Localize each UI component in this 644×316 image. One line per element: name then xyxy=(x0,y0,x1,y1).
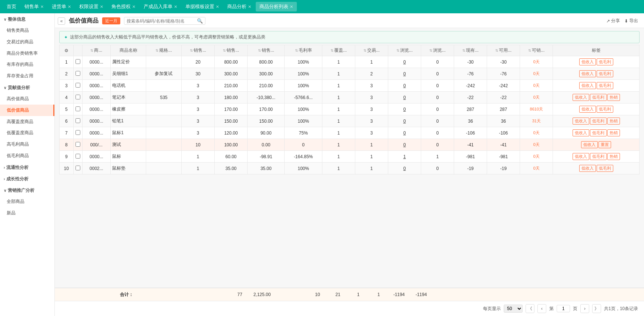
nav-item-权限设置[interactable]: 权限设置✕ xyxy=(76,2,107,11)
nav-close-icon[interactable]: ✕ xyxy=(290,4,293,9)
col-header-available[interactable]: ⇅可用... xyxy=(487,45,520,56)
row-browse1[interactable]: 0 xyxy=(388,68,421,80)
row-browse1[interactable]: 0 xyxy=(388,127,421,139)
col-header-gross_rate[interactable]: ⇅毛利率 xyxy=(285,45,322,56)
sidebar-item-新品[interactable]: 新品 xyxy=(0,207,54,219)
row-browse1[interactable]: 0 xyxy=(388,80,421,92)
col-header-code[interactable]: ⇅商... xyxy=(82,45,111,56)
sidebar-item-高覆盖度商品[interactable]: 高覆盖度商品 xyxy=(0,116,54,128)
sidebar-item-高价值商品[interactable]: 高价值商品 xyxy=(0,93,54,105)
col-header-current_stock[interactable]: ⇅现有... xyxy=(454,45,487,56)
nav-close-icon[interactable]: ✕ xyxy=(68,4,71,9)
collapse-button[interactable]: « xyxy=(58,17,65,25)
first-page-button[interactable]: 《 xyxy=(526,304,534,313)
row-gross-rate: 100% xyxy=(285,103,322,115)
row-checkbox[interactable] xyxy=(76,142,80,147)
row-sales-other: 210.00 xyxy=(248,80,285,92)
row-sales-amount: 60.00 xyxy=(214,151,247,163)
sidebar-item-低价值商品[interactable]: 低价值商品 xyxy=(0,105,54,116)
table-wrapper[interactable]: ⚙⇅商...商品名称⇅规格...⇅销售...⇅销售...⇅销售...⇅毛利率⇅覆… xyxy=(59,45,640,288)
nav-close-icon[interactable]: ✕ xyxy=(132,4,135,9)
last-page-button[interactable]: 》 xyxy=(592,304,601,313)
nav-close-icon[interactable]: ✕ xyxy=(100,4,103,9)
nav-item-首页[interactable]: 首页 xyxy=(3,2,20,11)
sidebar-item-销售类商品[interactable]: 销售类商品 xyxy=(0,25,54,36)
row-browse1[interactable]: 0 xyxy=(388,115,421,127)
col-header-saleable[interactable]: ⇅可销... xyxy=(520,45,553,56)
row-num: 7 xyxy=(60,127,74,139)
row-checkbox[interactable] xyxy=(76,154,80,159)
sidebar-item-高毛利商品[interactable]: 高毛利商品 xyxy=(0,139,54,150)
share-button[interactable]: ↗ 分享 xyxy=(606,18,620,24)
nav-close-icon[interactable]: ✕ xyxy=(216,4,219,9)
sidebar-group-成长性分析[interactable]: ›成长性分析 xyxy=(0,173,54,184)
sidebar-group-贡献值分析[interactable]: ∨贡献值分析 xyxy=(0,82,54,93)
col-header-trade[interactable]: ⇅交易... xyxy=(355,45,388,56)
nav-close-icon[interactable]: ✕ xyxy=(248,4,251,9)
sidebar-group-流通性分析[interactable]: ›流通性分析 xyxy=(0,162,54,173)
row-browse1[interactable]: 0 xyxy=(388,139,421,151)
sidebar-item-交易过的商品[interactable]: 交易过的商品 xyxy=(0,36,54,48)
row-browse1[interactable]: 0 xyxy=(388,56,421,68)
row-num: 6 xyxy=(60,115,74,127)
col-header-sales_other[interactable]: ⇅销售... xyxy=(248,45,285,56)
sidebar-item-库存资金占用[interactable]: 库存资金占用 xyxy=(0,70,54,82)
row-browse2: 0 xyxy=(421,115,454,127)
sort-icon: ⇅ xyxy=(90,48,93,52)
next-page-button[interactable]: › xyxy=(580,304,589,313)
row-checkbox-cell xyxy=(73,139,82,151)
nav-item-产成品入库单[interactable]: 产成品入库单✕ xyxy=(140,2,181,11)
sort-icon: ⇅ xyxy=(528,48,531,52)
nav-close-icon[interactable]: ✕ xyxy=(40,4,44,9)
row-browse1[interactable]: 0 xyxy=(388,163,421,174)
row-checkbox[interactable] xyxy=(76,166,80,170)
data-table: ⚙⇅商...商品名称⇅规格...⇅销售...⇅销售...⇅销售...⇅毛利率⇅覆… xyxy=(59,45,640,174)
page-input[interactable]: 1 xyxy=(557,305,570,312)
sort-icon: ⇅ xyxy=(223,48,226,52)
nav-item-单据模板设置[interactable]: 单据模板设置✕ xyxy=(182,2,223,11)
sidebar-item-商品分类销售率[interactable]: 商品分类销售率 xyxy=(0,48,54,59)
sidebar-item-全部商品[interactable]: 全部商品 xyxy=(0,196,54,207)
nav-close-icon[interactable]: ✕ xyxy=(174,4,177,9)
search-icon[interactable]: 🔍 xyxy=(197,18,203,24)
time-filter-button[interactable]: 近一月 xyxy=(102,17,120,24)
row-checkbox[interactable] xyxy=(76,71,80,76)
nav-item-商品分析[interactable]: 商品分析✕ xyxy=(224,2,255,11)
row-coverage: 1 xyxy=(322,80,355,92)
row-browse1[interactable]: 0 xyxy=(388,103,421,115)
nav-item-角色授权[interactable]: 角色授权✕ xyxy=(108,2,139,11)
prev-page-button[interactable]: ‹ xyxy=(537,304,546,313)
row-browse1[interactable]: 1 xyxy=(388,151,421,163)
row-sales-qty: 3 xyxy=(181,115,214,127)
col-header-coverage[interactable]: ⇅覆盖... xyxy=(322,45,355,56)
row-checkbox[interactable] xyxy=(76,118,80,123)
sidebar-item-低覆盖度商品[interactable]: 低覆盖度商品 xyxy=(0,127,54,139)
col-header-browse1[interactable]: ⇅浏览... xyxy=(388,45,421,56)
nav-item-销售单[interactable]: 销售单✕ xyxy=(21,2,47,11)
row-checkbox[interactable] xyxy=(76,106,80,111)
col-header-sales_amount[interactable]: ⇅销售... xyxy=(214,45,247,56)
row-checkbox[interactable] xyxy=(76,95,80,99)
search-input[interactable] xyxy=(127,18,197,24)
row-checkbox[interactable] xyxy=(76,130,80,135)
export-button[interactable]: ⬇ 导出 xyxy=(624,18,638,24)
table-row: 10000...属性定价20800.00800.00100%1100-30-30… xyxy=(60,56,640,68)
nav-item-进货单[interactable]: 进货单✕ xyxy=(48,2,75,11)
row-trade: 3 xyxy=(355,127,388,139)
col-header-sales_qty[interactable]: ⇅销售... xyxy=(181,45,214,56)
row-browse1[interactable]: 0 xyxy=(388,92,421,103)
sidebar-item-低毛利商品[interactable]: 低毛利商品 xyxy=(0,150,54,162)
nav-item-商品分析列表[interactable]: 商品分析列表✕ xyxy=(256,2,297,11)
row-sales-qty: 3 xyxy=(181,103,214,115)
sidebar-item-有库存的商品[interactable]: 有库存的商品 xyxy=(0,59,54,70)
row-sales-amount: 170.00 xyxy=(214,103,247,115)
sidebar-group-整体信息[interactable]: ∨整体信息 xyxy=(0,13,54,25)
sidebar-group-营销推广分析[interactable]: ∨营销推广分析 xyxy=(0,184,54,196)
row-checkbox[interactable] xyxy=(76,83,80,88)
page-size-select[interactable]: 50 100 xyxy=(504,305,523,313)
col-header-browse2[interactable]: ⇅浏览... xyxy=(421,45,454,56)
row-checkbox[interactable] xyxy=(76,59,80,64)
page-label: 页 xyxy=(573,306,577,312)
col-header-spec[interactable]: ⇅规格... xyxy=(146,45,182,56)
row-spec xyxy=(146,127,182,139)
